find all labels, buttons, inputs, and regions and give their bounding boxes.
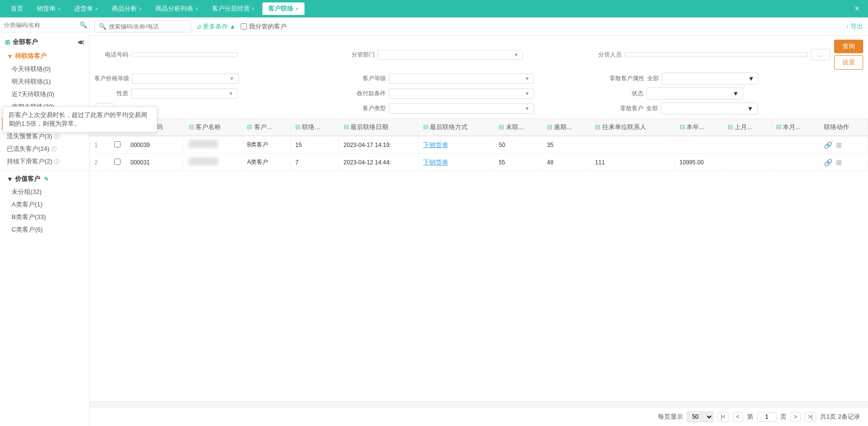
price-level-input[interactable]: ▼ [132,73,239,84]
th-this-month[interactable]: ⊟ 本月... [771,119,819,136]
tab-customer-stratification[interactable]: 客户分层经营 × [206,2,260,15]
horizontal-scrollbar[interactable] [90,401,868,407]
phone-input[interactable] [131,52,238,57]
tree-section-pending-header[interactable]: ▼ 待联络客户 [0,49,89,63]
edit-icon[interactable]: ✎ [44,176,48,182]
tree-item-b-class[interactable]: B类客户(33) [0,211,89,223]
tree-item-ungrouped[interactable]: 未分组(32) [0,186,89,198]
close-product-analysis-list-tab[interactable]: × [195,6,198,12]
tree-item-today[interactable]: 今天待联络(0) [0,63,89,75]
close-customer-contact-tab[interactable]: × [295,6,298,12]
filter-icon: ⊿ [196,23,201,30]
sidebar-search-icon[interactable]: 🔍 [79,21,87,29]
divider2 [0,170,89,170]
prev-page-btn[interactable]: < [733,412,743,422]
table-header-row: ⚙ ⊟ 客户编码 ⊟ 客户名称 [90,119,868,136]
tab-product-analysis-list[interactable]: 商品分析列表 × [150,2,204,15]
chevron-status: ▼ [732,90,739,97]
manager-ellipsis[interactable]: ... [811,49,830,60]
action-more-icon[interactable]: ⊞ [836,159,842,166]
tree-item-churned[interactable]: 已流失客户(24) ⓘ [0,143,89,155]
search-input-container[interactable]: 🔍 [94,20,191,32]
th-contact-person[interactable]: ⊟ 往来单位联系人 [590,119,674,136]
tab-sales-order[interactable]: 销货单 × [31,2,66,15]
my-customers-filter[interactable]: 我分管的客户 [241,22,287,31]
per-page-select[interactable]: 50 100 200 [687,411,714,422]
th-contact-count[interactable]: ⊟ 联络... [290,119,339,136]
tree-item-declining[interactable]: 持续下滑客户(2) ⓘ [0,155,89,168]
tree-item-7days[interactable]: 近7天待联络(0) [0,88,89,101]
filter-field-dept: 分管部门 ▼ [341,50,583,60]
row-code: 000039 [125,136,183,154]
action-link-icon[interactable]: 🔗 [824,159,832,166]
row-checkbox[interactable] [109,154,125,171]
tab-purchase-order[interactable]: 进货单 × [68,2,104,15]
th-last-contact-method[interactable]: ⊟ 最后联络方式 [418,119,493,136]
th-last-contact-date[interactable]: ⊟ 最后联络日期 [338,119,418,136]
th-last-month[interactable]: ⊟ 上月... [723,119,771,136]
customer-level-input[interactable]: ▼ [389,73,534,84]
tab-home[interactable]: 首页 [5,2,29,15]
total-label: 共1页 2条记录 [820,412,860,421]
action-more-icon[interactable]: ⊞ [836,141,842,149]
th-type[interactable]: ⊟ 客户... [242,119,290,136]
action-link-icon[interactable]: 🔗 [824,141,832,149]
first-page-btn[interactable]: |< [717,412,729,422]
th-uncontacted[interactable]: ⊟ 未联... [494,119,542,136]
row-this-month [771,154,819,171]
nature-input[interactable]: ▼ [131,88,238,99]
row-last-contact-method[interactable]: 下销货单 [418,154,493,171]
more-conditions-btn[interactable]: ⊿ 更多条件 ▲ [196,22,236,31]
filter-field-status: 状态 ▼ [609,88,863,100]
tab-product-analysis[interactable]: 商品分析 × [106,2,148,15]
search-input[interactable] [109,23,187,30]
chevron-down-icon2: ▼ [7,176,13,183]
table-area: ⚙ ⊟ 客户编码 ⊟ 客户名称 [90,119,868,401]
tooltip-popup: 距客户上次交易时长，超过了此客户的平均交易周期的1.5倍，则视为异常。 [2,106,90,132]
th-overdue[interactable]: ⊟ 逾期... [542,119,590,136]
query-button[interactable]: 查询 [834,40,863,53]
filter-field-customer-level: 客户等级 ▼ [352,73,606,84]
tree-item-tomorrow[interactable]: 明天待联络(1) [0,75,89,88]
window-close-button[interactable]: × [851,3,863,14]
close-customer-stratification-tab[interactable]: × [252,6,255,12]
sort-icon-person: ⊟ [595,123,600,131]
close-product-analysis-tab[interactable]: × [139,6,142,12]
page-number-input[interactable] [757,412,777,422]
payment-input[interactable]: ▼ [389,88,534,99]
row-last-month [723,136,771,154]
tree-item-a-class[interactable]: A类客户(1) [0,198,89,211]
sort-icon-uncontacted: ⊟ [499,123,504,131]
th-this-year[interactable]: ⊟ 本年... [674,119,723,136]
retail-customer-input[interactable]: ▼ [661,103,758,115]
chevron-nature: ▼ [228,91,233,96]
last-page-btn[interactable]: >| [805,412,816,422]
dept-input[interactable]: ▼ [378,50,523,60]
row-checkbox[interactable] [109,136,125,154]
settings-button[interactable]: 设置 [834,55,863,70]
row-last-contact-date: 2023-04-17 14:19: [338,136,418,154]
th-name[interactable]: ⊟ 客户名称 [183,119,242,136]
row-last-contact-method[interactable]: 下销货单 [418,136,493,154]
tree-item-c-class[interactable]: C类客户(6) [0,223,89,236]
close-purchase-order-tab[interactable]: × [95,6,98,12]
tree-section-value-header[interactable]: ▼ 价值客户 ✎ [0,172,89,186]
tree-all-customers[interactable]: ⊞ 全部客户 ≪ [0,35,89,49]
status-input[interactable]: ▼ [646,88,743,100]
customer-type-input[interactable]: ▼ [389,103,534,114]
filter-field-retail-attr: 零散客户属性 全部 ▼ [609,73,863,85]
collapse-icon[interactable]: ≪ [77,39,84,46]
my-customers-checkbox[interactable] [241,23,247,29]
close-sales-order-tab[interactable]: × [58,6,61,12]
status-label: 状态 [609,89,643,98]
next-page-btn[interactable]: > [791,412,801,422]
export-button[interactable]: ↑ 导出 [846,22,864,31]
chevron-down-icon: ▼ [7,53,13,60]
filter-field-nature: 性质 ▼ [94,88,348,99]
retail-attr-input[interactable]: ▼ [662,73,759,85]
table-row: 1 000039 B类客户 15 2023-04-17 14:19: 下销货单 … [90,136,868,154]
price-level-label: 客户价格等级 [94,74,129,83]
tab-customer-contact[interactable]: 客户联络 × [262,2,304,15]
sidebar-search-input[interactable] [4,22,76,29]
manager-input[interactable] [624,52,808,57]
